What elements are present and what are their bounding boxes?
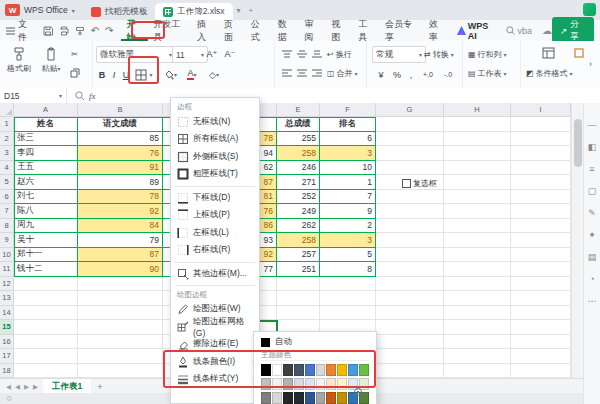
cell-I6[interactable]	[511, 190, 571, 205]
next-sheet-icon[interactable]: ▶	[22, 383, 31, 391]
member-badge[interactable]	[583, 3, 596, 16]
row-header-13[interactable]: 13	[0, 291, 14, 306]
add-sheet-button[interactable]: +	[91, 382, 108, 392]
cell-H15[interactable]	[444, 320, 511, 335]
cell-H16[interactable]	[444, 335, 511, 350]
color-swatch[interactable]	[272, 364, 282, 376]
cell-H9[interactable]	[444, 233, 511, 248]
cell-B6[interactable]: 78	[78, 190, 163, 205]
cell-H3[interactable]	[444, 146, 511, 161]
cell-I7[interactable]	[511, 204, 571, 219]
cell-G10[interactable]	[376, 248, 444, 263]
edit-pane-icon[interactable]: ✎	[588, 209, 596, 218]
tab-efficiency[interactable]: 效率	[424, 20, 451, 41]
cell-G3[interactable]	[376, 146, 444, 161]
cell-F5[interactable]: 1	[320, 175, 376, 190]
magnifier-icon[interactable]	[75, 91, 85, 101]
color-swatch[interactable]	[283, 378, 293, 390]
menu-item-left-border[interactable]: 左框线(L)	[171, 224, 259, 242]
color-swatch[interactable]	[326, 364, 336, 376]
cell-I13[interactable]	[511, 291, 571, 306]
list-pane-icon[interactable]: ≡	[589, 165, 594, 174]
cell-H5[interactable]	[444, 175, 511, 190]
cell-B5[interactable]: 89	[78, 175, 163, 190]
cell-F12[interactable]	[320, 277, 376, 292]
row-header-16[interactable]: 16	[0, 335, 14, 350]
checkbox-control[interactable]: 复选框	[402, 178, 437, 189]
sheet-tab[interactable]: 工作表1	[43, 379, 91, 394]
merge-cells-button[interactable]: ◫合并▾	[327, 68, 358, 79]
menu-item-line-style[interactable]: 线条样式(Y) ›	[171, 371, 259, 389]
cell-B7[interactable]: 92	[78, 204, 163, 219]
currency-button[interactable]: ¥	[374, 67, 388, 82]
cell-I17[interactable]	[511, 349, 571, 364]
tab-insert[interactable]: 插入	[192, 20, 219, 41]
cell-E13[interactable]	[277, 291, 320, 306]
cell-A6[interactable]: 刘七	[14, 190, 78, 205]
grow-font-button[interactable]: A⁺	[204, 46, 220, 61]
align-top-icon[interactable]	[280, 47, 293, 61]
comma-button[interactable]: ,	[406, 67, 416, 82]
color-swatch[interactable]	[283, 364, 293, 376]
cell-E14[interactable]	[277, 306, 320, 321]
cell-A7[interactable]: 陈八	[14, 204, 78, 219]
bold-button[interactable]: B	[96, 67, 108, 82]
panel-collapse-icon[interactable]: —	[588, 121, 597, 130]
row-header-3[interactable]: 3	[0, 146, 14, 161]
color-swatch[interactable]	[305, 392, 315, 404]
underline-button[interactable]: U	[120, 67, 132, 82]
cell-I3[interactable]	[511, 146, 571, 161]
cell-G1[interactable]	[376, 117, 444, 132]
cell-A2[interactable]: 张三	[14, 132, 78, 147]
cell-H1[interactable]	[444, 117, 511, 132]
menu-item-no-border[interactable]: 无框线(N)	[171, 113, 259, 131]
cell-B4[interactable]: 91	[78, 161, 163, 176]
column-header-I[interactable]: I	[511, 103, 571, 117]
row-header-4[interactable]: 4	[0, 161, 14, 176]
row-header-8[interactable]: 8	[0, 219, 14, 234]
cell-B2[interactable]: 85	[78, 132, 163, 147]
row-header-1[interactable]: 1	[0, 117, 14, 132]
cell-A10[interactable]: 郑十一	[14, 248, 78, 263]
column-header-F[interactable]: F	[320, 103, 376, 117]
first-sheet-icon[interactable]: ◀	[4, 383, 13, 391]
color-swatch[interactable]	[326, 392, 336, 404]
cell-I14[interactable]	[511, 306, 571, 321]
color-swatch[interactable]	[261, 364, 271, 376]
tab-formula[interactable]: 公式	[246, 20, 273, 41]
cell-F1[interactable]: 排名	[320, 117, 376, 132]
cell-A14[interactable]	[14, 306, 78, 321]
font-color-button[interactable]: A▾	[182, 67, 202, 82]
cell-H7[interactable]	[444, 204, 511, 219]
row-header-6[interactable]: 6	[0, 190, 14, 205]
color-swatch[interactable]	[316, 392, 326, 404]
color-swatch[interactable]	[337, 378, 347, 390]
name-box[interactable]: D15▾	[0, 88, 67, 103]
color-swatch[interactable]	[326, 378, 336, 390]
cell-H14[interactable]	[444, 306, 511, 321]
cell-E10[interactable]: 257	[277, 248, 320, 263]
menu-item-bottom-border[interactable]: 下框线(D)	[171, 189, 259, 207]
cell-I12[interactable]	[511, 277, 571, 292]
menu-item-erase-border[interactable]: 擦除边框(E)	[171, 336, 259, 354]
rows-cols-button[interactable]: ▦行和列▾	[468, 49, 507, 60]
cell-E5[interactable]: 271	[277, 175, 320, 190]
menu-item-thick-border[interactable]: 粗匣框线(T)	[171, 166, 259, 184]
decrease-decimal-button[interactable]: -.0	[438, 67, 458, 82]
cell-G6[interactable]	[376, 190, 444, 205]
cell-G11[interactable]	[376, 262, 444, 277]
row-header-5[interactable]: 5	[0, 175, 14, 190]
wps-ai-button[interactable]: WPS AI	[457, 21, 498, 41]
document-pane-icon[interactable]: ▤	[588, 253, 597, 262]
cell-E6[interactable]: 252	[277, 190, 320, 205]
tab-list-icon[interactable]: ▾	[233, 6, 245, 15]
worksheet-button[interactable]: ▤工作表▾	[468, 68, 507, 79]
cell-G8[interactable]	[376, 219, 444, 234]
cell-I1[interactable]	[511, 117, 571, 132]
last-sheet-icon[interactable]: ▶	[31, 383, 40, 391]
undo-icon[interactable]: ↶	[91, 25, 99, 36]
cell-B17[interactable]	[78, 349, 163, 364]
font-name-select[interactable]: 微软雅黑▾	[96, 46, 176, 63]
cell-H11[interactable]	[444, 262, 511, 277]
column-header-B[interactable]: B	[78, 103, 163, 117]
